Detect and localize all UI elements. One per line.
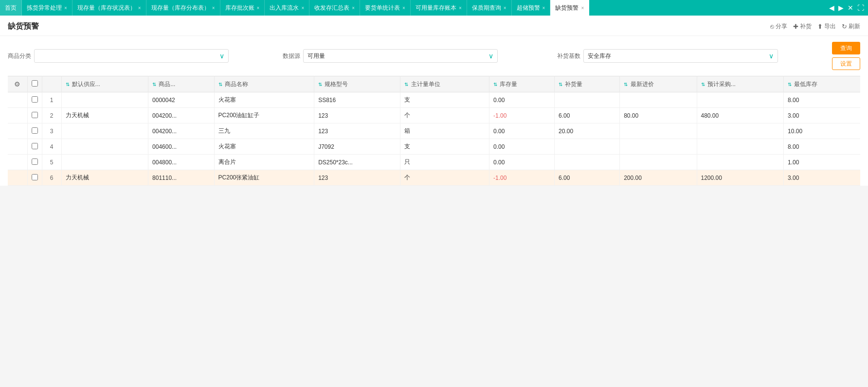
row-checkbox[interactable]: [32, 96, 38, 103]
supplier-sort-icon: ⇅: [66, 82, 70, 87]
tab-summary[interactable]: 收发存汇总表 ×: [309, 0, 360, 16]
th-name[interactable]: ⇅ 商品名称: [214, 76, 314, 92]
row-checkbox[interactable]: [32, 112, 38, 118]
datasource-select[interactable]: 可用量 ∨: [303, 49, 498, 63]
tab-available-close[interactable]: ×: [459, 5, 462, 11]
table-body: 1 0000042 火花塞 SS816 支 0.00 8.00 2 力天机械 0…: [8, 92, 860, 186]
th-unit[interactable]: ⇅ 主计量单位: [400, 76, 489, 92]
row-name: 火花塞: [214, 92, 314, 108]
datasource-filter: 数据源 可用量 ∨: [283, 49, 548, 63]
row-checkbox[interactable]: [32, 127, 38, 134]
tab-shortage[interactable]: 缺货预警 ×: [550, 0, 589, 16]
tab-inout-flow[interactable]: 出入库流水 ×: [265, 0, 309, 16]
tab-prev-icon[interactable]: ◀: [827, 4, 836, 12]
th-supplier[interactable]: ⇅ 默认供应...: [61, 76, 148, 92]
latest-price-sort-icon: ⇅: [624, 82, 628, 87]
row-num: 1: [42, 92, 61, 108]
tab-overstock[interactable]: 超储预警 ×: [512, 0, 551, 16]
min-stock-sort-icon: ⇅: [788, 82, 792, 87]
tab-close-all-icon[interactable]: ✕: [846, 4, 855, 12]
filter-row: 商品分类 ∨ 数据源 可用量 ∨ 补货基数 安全库存 ∨ 查询 设置: [0, 36, 868, 76]
nav-tabs: 首页 拣货异常处理 × 现存量（库存状况表） × 现存量（库存分布表） × 库存…: [0, 0, 868, 16]
row-code: 004200...: [148, 123, 215, 139]
th-est-purchase-label: 预计采购...: [707, 81, 736, 88]
header-actions: ⎋ 分享 ✚ 补货 ⬆ 导出 ↻ 刷新: [770, 22, 860, 31]
tab-summary-label: 收发存汇总表: [314, 4, 349, 12]
th-est-purchase[interactable]: ⇅ 预计采购...: [697, 76, 784, 92]
tab-inventory-dist[interactable]: 现存量（库存分布表） ×: [146, 0, 220, 16]
select-all-checkbox[interactable]: [32, 80, 38, 87]
row-stock: -1.00: [489, 170, 555, 186]
row-latest-price: [620, 123, 697, 139]
tab-batch-ledger-close[interactable]: ×: [257, 5, 260, 11]
row-spec: 123: [314, 108, 400, 123]
tab-shortage-label: 缺货预警: [555, 4, 579, 12]
tab-inventory-dist-close[interactable]: ×: [212, 5, 215, 11]
category-select-arrow-icon: ∨: [219, 52, 224, 60]
tab-home[interactable]: 首页: [0, 0, 22, 16]
row-checkbox[interactable]: [32, 143, 38, 149]
tab-requisition-close[interactable]: ×: [402, 5, 405, 11]
tab-fullscreen-icon[interactable]: ⛶: [855, 4, 866, 12]
tab-shelf-life-close[interactable]: ×: [504, 5, 506, 11]
row-checkbox[interactable]: [32, 174, 38, 180]
th-replenish[interactable]: ⇅ 补货量: [555, 76, 620, 92]
table-container: ⚙ ⇅ 默认供应... ⇅ 商品... ⇅: [0, 76, 868, 186]
row-code: 0000042: [148, 92, 215, 108]
datasource-select-value: 可用量: [307, 52, 325, 60]
tab-shelf-life-label: 保质期查询: [472, 4, 501, 12]
row-supplier: 力天机械: [61, 108, 148, 123]
row-min-stock: 3.00: [784, 108, 860, 123]
query-button[interactable]: 查询: [832, 42, 860, 54]
row-est-purchase: [697, 92, 784, 108]
row-min-stock: 10.00: [784, 123, 860, 139]
row-spec: 123: [314, 170, 400, 186]
row-stock: 0.00: [489, 123, 555, 139]
tab-picking-close[interactable]: ×: [64, 5, 67, 11]
export-label: 导出: [824, 22, 836, 31]
replenish-basis-select[interactable]: 安全库存 ∨: [583, 49, 778, 63]
row-name: PC200张紧油缸: [214, 170, 314, 186]
category-select[interactable]: ∨: [34, 49, 229, 63]
settings-gear-icon[interactable]: ⚙: [13, 80, 22, 88]
tab-inventory-status[interactable]: 现存量（库存状况表） ×: [72, 0, 146, 16]
th-latest-price[interactable]: ⇅ 最新进价: [620, 76, 697, 92]
th-min-stock[interactable]: ⇅ 最低库存: [784, 76, 860, 92]
tab-shortage-close[interactable]: ×: [581, 5, 584, 11]
th-code[interactable]: ⇅ 商品...: [148, 76, 215, 92]
tab-overstock-close[interactable]: ×: [542, 5, 545, 11]
name-sort-icon: ⇅: [218, 82, 222, 87]
tab-available[interactable]: 可用量库存账本 ×: [411, 0, 467, 16]
row-replenish: [555, 92, 620, 108]
code-sort-icon: ⇅: [152, 82, 156, 87]
tab-next-icon[interactable]: ▶: [836, 4, 846, 12]
settings-button[interactable]: 设置: [832, 57, 860, 70]
spec-sort-icon: ⇅: [318, 82, 322, 87]
th-stock[interactable]: ⇅ 库存量: [489, 76, 555, 92]
replenish-icon: ✚: [793, 23, 798, 30]
tab-inout-flow-close[interactable]: ×: [301, 5, 304, 11]
tab-shelf-life[interactable]: 保质期查询 ×: [467, 0, 512, 16]
tab-inventory-dist-label: 现存量（库存分布表）: [151, 4, 210, 12]
th-name-label: 商品名称: [225, 81, 248, 88]
export-button[interactable]: ⬆ 导出: [817, 22, 836, 31]
tab-inventory-status-close[interactable]: ×: [138, 5, 141, 11]
row-code: 004600...: [148, 139, 215, 155]
row-num: 4: [42, 139, 61, 155]
tab-summary-close[interactable]: ×: [352, 5, 355, 11]
tab-picking[interactable]: 拣货异常处理 ×: [22, 0, 72, 16]
replenish-button[interactable]: ✚ 补货: [793, 22, 812, 31]
row-name: PC200油缸缸子: [214, 108, 314, 123]
row-latest-price: 200.00: [620, 170, 697, 186]
row-unit: 个: [400, 170, 489, 186]
row-supplier: 力天机械: [61, 170, 148, 186]
tab-batch-ledger[interactable]: 库存批次账 ×: [220, 0, 265, 16]
share-button[interactable]: ⎋ 分享: [770, 22, 787, 31]
row-est-purchase: [697, 139, 784, 155]
refresh-button[interactable]: ↻ 刷新: [842, 22, 860, 31]
row-stock: 0.00: [489, 139, 555, 155]
th-spec[interactable]: ⇅ 规格型号: [314, 76, 400, 92]
tab-requisition[interactable]: 要货单统计表 ×: [360, 0, 411, 16]
row-checkbox[interactable]: [32, 158, 38, 165]
th-replenish-label: 补货量: [565, 81, 582, 88]
